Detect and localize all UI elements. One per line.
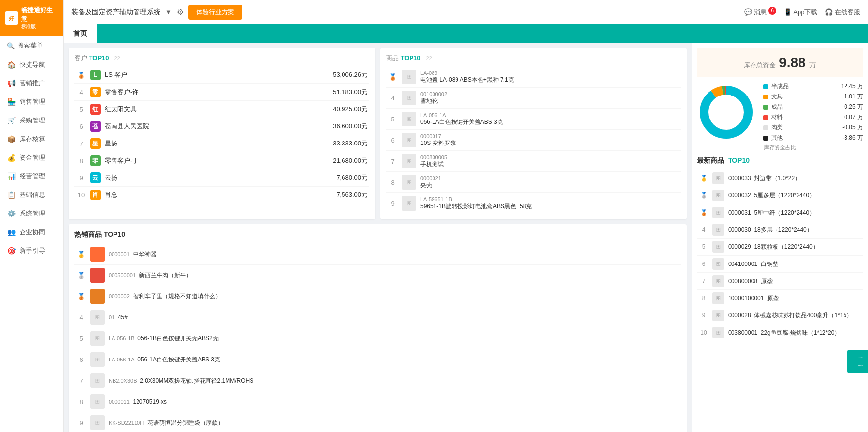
legend-value: -0.05 万 (842, 123, 863, 132)
legend-dot (763, 105, 768, 110)
float-btn-live[interactable]: 直播 (847, 366, 868, 373)
customer-rank-row-7: 7 星 星扬 33,333.00元 (74, 135, 369, 152)
rank-number: 9 (388, 200, 398, 207)
product-name: 000800008 原垄 (728, 277, 861, 286)
search-menu-item[interactable]: 🔍 搜索菜单 (0, 36, 63, 55)
floating-buttons: 客服热线 服务社区 直播 (847, 350, 868, 373)
sidebar-item-purchase[interactable]: 🛒 采购管理 (0, 111, 63, 130)
product-name: 004100001 白钢垫 (728, 260, 861, 268)
collab-icon: 👥 (7, 228, 16, 236)
new-product-row-5: 5 图 0000029 18颗粒板（1220*2440） (697, 239, 863, 256)
product-info: LA-089 电池盖 LA-089 ABS本色+黑种 7.1克 (420, 70, 679, 84)
donut-chart (697, 83, 755, 142)
sidebar-item-system[interactable]: ⚙️ 系统管理 (0, 204, 63, 223)
product-row-9: 9 图 LA-59651-1B 59651-1B旋转投影灯电池盒ABS黑色+58… (386, 193, 681, 214)
search-menu-label: 搜索菜单 (18, 41, 43, 50)
float-btn-community[interactable]: 服务社区 (847, 358, 868, 366)
nav-label-marketing: 营销推广 (20, 79, 45, 88)
trial-button[interactable]: 体验行业方案 (188, 5, 242, 20)
settings-icon[interactable]: ⚙ (177, 7, 183, 17)
hot-product-row-5: 5 图 LA-056-1B 056-1B白色按键开关壳ABS2壳 (74, 328, 681, 349)
sidebar-item-marketing[interactable]: 📢 营销推广 (0, 74, 63, 93)
customer-amount: 53,006.26元 (333, 71, 367, 79)
app-download-link[interactable]: 📱 App下载 (784, 8, 817, 17)
product-name: 电池盖 LA-089 ABS本色+黑种 7.1克 (420, 76, 679, 84)
legend-name: 成品 (771, 103, 841, 111)
customer-amount: 36,600.00元 (333, 122, 367, 131)
product-name: 0000030 18多层（1220*2440） (728, 226, 861, 234)
product-thumbnail: 图 (402, 133, 416, 147)
legend-row-1: 半成品 12.45 万 (763, 82, 863, 91)
sidebar-item-basic-info[interactable]: 📋 基础信息 (0, 186, 63, 204)
product-row-4: 4 图 001000002 雪地靴 (386, 88, 681, 109)
nav-label-purchase: 采购管理 (20, 116, 45, 125)
sidebar-item-collab[interactable]: 👥 企业协同 (0, 223, 63, 241)
product-thumbnail (90, 289, 105, 304)
product-code: LA-089 (420, 70, 679, 76)
logo-text-block: 畅捷通好生意 标准版 (21, 6, 58, 30)
rank-badge: 零 (90, 155, 101, 166)
main-area: 装备及固定资产辅助管理系统 ▼ ⚙ 体验行业方案 💬 消息 6 📱 App下载 … (64, 0, 868, 432)
legend-name: 其他 (771, 134, 839, 142)
customer-name: 红太阳文具 (105, 105, 329, 114)
float-btn-service[interactable]: 客服热线 (847, 350, 868, 358)
product-row-3: 🥉 图 LA-089 电池盖 LA-089 ABS本色+黑种 7.1克 (386, 67, 681, 88)
nav-label-system: 系统管理 (20, 209, 45, 218)
middle-column: 客户 TOP10 22 🥉 L LS 客户 53,006.26元 4 零 零售客… (64, 43, 692, 432)
system-dropdown-icon[interactable]: ▼ (165, 8, 172, 16)
rank-number: 10 (76, 192, 86, 199)
operations-icon: 📊 (7, 172, 16, 180)
new-products-card: 最新商品 TOP10 🥇 图 0000033 封边带（1.0*22） 🥈 图 0… (697, 156, 863, 341)
rank-number: 5 (76, 106, 86, 113)
messages-link[interactable]: 💬 消息 6 (744, 8, 776, 17)
product-thumbnail: 图 (712, 258, 724, 270)
product-info: LA-59651-1B 59651-1B旋转投影灯电池盒ABS黑色+58克 (420, 196, 679, 211)
product-thumbnail: 图 (402, 91, 416, 105)
nav-label-sales: 销售管理 (20, 97, 45, 106)
chart-legend: 半成品 12.45 万 文具 1.01 万 成品 0.25 万 (763, 82, 863, 142)
product-thumbnail: 图 (712, 224, 724, 236)
rank-number: 4 (76, 89, 86, 96)
nav-label-basic-info: 基础信息 (20, 191, 45, 199)
legend-value: 12.45 万 (841, 82, 863, 91)
legend-row-4: 材料 0.07 万 (763, 113, 863, 121)
inventory-unit: 万 (809, 61, 816, 69)
product-code: 0000017 (420, 133, 679, 139)
customer-name: LS 客户 (105, 71, 329, 79)
sidebar-item-sales[interactable]: 🏪 销售管理 (0, 93, 63, 111)
sidebar-item-operations[interactable]: 📊 经营管理 (0, 167, 63, 186)
product-thumbnail: 图 (90, 331, 105, 346)
product-row-7: 7 图 000800005 手机测试 (386, 151, 681, 172)
new-product-row-7: 7 图 000800008 原垄 (697, 273, 863, 290)
sidebar-item-quick-nav[interactable]: 🏠 快捷导航 (0, 55, 63, 74)
product-name: 0000033 封边带（1.0*22） (728, 174, 861, 183)
messages-label: 消息 (754, 8, 767, 16)
product-info: 0000021 夹壳 (420, 175, 679, 190)
online-service-link[interactable]: 🎧 在线客服 (825, 8, 860, 17)
product-name: 003800001 22g鱼豆腐-烧烤味（1*12*20） (728, 329, 861, 337)
product-name: 夹壳 (420, 181, 679, 190)
legend-row-3: 成品 0.25 万 (763, 103, 863, 111)
sidebar-item-guide[interactable]: 🎯 新手引导 (0, 241, 63, 260)
legend-dot (763, 115, 768, 120)
basic-info-icon: 📋 (7, 191, 16, 199)
rank-number: 🥉 (76, 72, 86, 79)
product-row-6: 6 图 0000017 10S 变料罗浆 (386, 130, 681, 151)
rank-badge: 云 (90, 172, 101, 183)
product-thumbnail (90, 268, 105, 283)
product-rankings-title: 商品 TOP10 22 (386, 54, 681, 63)
customer-name: 肖总 (105, 191, 332, 199)
tab-home[interactable]: 首页 (64, 24, 97, 43)
rank-badge: 星 (90, 138, 101, 149)
customer-amount: 7,563.00元 (336, 191, 367, 199)
customer-rankings-title: 客户 TOP10 22 (74, 54, 120, 63)
sidebar-item-inventory[interactable]: 📦 库存核算 (0, 130, 63, 148)
product-info: 0000017 10S 变料罗浆 (420, 133, 679, 147)
customer-rank-row-3: 🥉 L LS 客户 53,006.26元 (74, 67, 369, 84)
finance-icon: 💰 (7, 154, 16, 162)
nav-label-finance: 资金管理 (20, 153, 45, 162)
sidebar-item-finance[interactable]: 💰 资金管理 (0, 148, 63, 167)
customer-amount: 21,680.00元 (333, 156, 367, 165)
search-icon: 🔍 (7, 42, 15, 49)
rank-badge: 苍 (90, 121, 101, 132)
